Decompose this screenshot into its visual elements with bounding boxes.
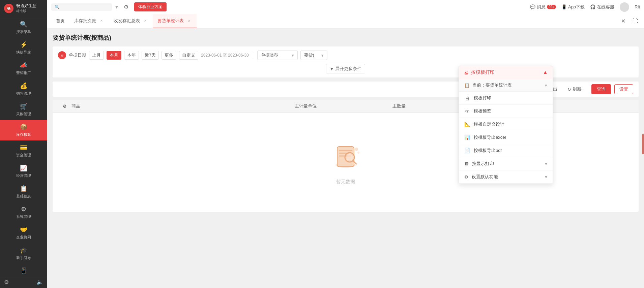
tab-order-stats[interactable]: 要货单统计表 × (153, 14, 197, 28)
sidebar-item-purchase[interactable]: 🛒 采购管理 (0, 99, 47, 120)
order-type-label: 单据类型 (261, 52, 279, 58)
app-logo: 畅 畅通好生意 标准版 (0, 0, 47, 17)
settings-button[interactable]: 设置 (614, 84, 633, 94)
tab-bar: 首页 库存批次账 × 收发存汇总表 × 要货单统计表 × ✕ ⛶ (47, 14, 644, 28)
sidebar-item-app-center[interactable]: 📱 应用中心 (0, 264, 47, 276)
dropdown-item-set-default[interactable]: ⚙ 设置默认功能 ▾ (459, 170, 553, 184)
logo-icon: 畅 (4, 4, 13, 13)
sidebar-item-finance[interactable]: 💳 资金管理 (0, 140, 47, 161)
template-print-icon: 🖨 (464, 95, 470, 101)
sidebar: 畅 畅通好生意 标准版 🔍 搜索菜单 ⚡ 快捷导航 📣 营销推广 💰 销售管理 … (0, 0, 47, 288)
topbar-message-label: 消息 (537, 4, 546, 10)
sidebar-item-label: 新手引导 (16, 255, 31, 260)
sidebar-item-cooperation[interactable]: 🤝 企业协同 (0, 223, 47, 243)
query-button[interactable]: 查询 (591, 84, 611, 94)
dropdown-item-export-pdf[interactable]: 📄 按模板导出pdf (459, 144, 553, 157)
set-default-icon: ⚙ (464, 174, 468, 180)
current-template-left: 📋 当前：要货单统计表 (464, 82, 512, 88)
tab-home[interactable]: 首页 (51, 14, 69, 28)
sidebar-item-search[interactable]: 🔍 搜索菜单 (0, 17, 47, 38)
sidebar-item-system[interactable]: ⚙ 系统管理 (0, 202, 47, 223)
online-service-icon: 🎧 (590, 4, 595, 9)
refresh-button[interactable]: ↻ 刷新 (564, 85, 585, 94)
dropdown-item-display-print[interactable]: 🖥 按显示打印 ▾ (459, 157, 553, 170)
user-name: Rit (635, 4, 640, 9)
date-custom-btn[interactable]: 自定义 (179, 51, 198, 60)
dropdown-item-template-print[interactable]: 🖨 模板打印 (459, 92, 553, 105)
sidebar-item-label: 经营管理 (16, 173, 31, 178)
app-badge: 标准版 (16, 9, 36, 13)
topbar-gear-icon[interactable]: ⚙ (121, 2, 131, 12)
print-header-icon: 🖨 (464, 70, 468, 75)
settings-bottom-icon[interactable]: ⚙ (4, 279, 9, 285)
app-name: 畅通好生意 (16, 3, 36, 9)
online-service-label: 在线客服 (597, 4, 614, 10)
topbar-online-service[interactable]: 🎧 在线客服 (590, 4, 614, 10)
tab-close-icon[interactable]: ✕ (618, 17, 628, 26)
sidebar-item-newbie[interactable]: 🎓 新手引导 (0, 243, 47, 264)
tab-close-order-stats[interactable]: × (186, 18, 192, 24)
current-template-icon: 📋 (464, 83, 470, 88)
column-settings-icon[interactable]: ⚙ (63, 104, 67, 109)
sidebar-nav: 🔍 搜索菜单 ⚡ 快捷导航 📣 营销推广 💰 销售管理 🛒 采购管理 📦 库存核… (0, 17, 47, 276)
topbar-app-download[interactable]: 📱 App下载 (561, 4, 585, 10)
dropdown-close-icon[interactable]: ▲ (543, 69, 548, 75)
topbar-dropdown-icon[interactable]: ▾ (115, 4, 118, 10)
app-download-icon: 📱 (561, 4, 567, 9)
dropdown-item-label: 模板打印 (474, 95, 491, 101)
tab-label: 收发存汇总表 (114, 18, 140, 24)
template-custom-icon: 📐 (464, 121, 470, 127)
user-avatar[interactable] (620, 2, 629, 12)
date-current-year-btn[interactable]: 本年 (124, 51, 139, 60)
sidebar-item-marketing[interactable]: 📣 营销推广 (0, 58, 47, 79)
current-template-row[interactable]: 📋 当前：要货单统计表 ▾ (459, 79, 553, 92)
th-unit: 主计量单位 (259, 103, 352, 109)
dropdown-item-template-preview[interactable]: 👁 模板预览 (459, 105, 553, 118)
sidebar-item-label: 搜索菜单 (16, 29, 31, 34)
tab-receipt-summary[interactable]: 收发存汇总表 × (109, 14, 153, 28)
expand-more-filters-btn[interactable]: ▼ 展开更多条件 (326, 64, 365, 73)
topbar-message-item[interactable]: 💬 消息 99+ (530, 4, 556, 10)
dropdown-header[interactable]: 🖨 按模板打印 ▲ (459, 66, 553, 79)
sidebar-item-label: 系统管理 (16, 214, 31, 219)
requirement-filter-select[interactable]: 要货( ▾ (300, 51, 327, 60)
tab-close-receipt-summary[interactable]: × (143, 18, 148, 24)
shortcut-icon: ⚡ (20, 41, 27, 49)
tab-expand-icon[interactable]: ⛶ (631, 17, 640, 26)
dropdown-sub-left: 🖥 按显示打印 (464, 161, 494, 167)
sidebar-item-label: 销售管理 (16, 91, 31, 96)
date-prev-month-btn[interactable]: 上月 (89, 51, 104, 60)
template-print-dropdown: 🖨 按模板打印 ▲ 📋 当前：要货单统计表 ▾ 🖨 模板打印 👁 (459, 66, 553, 184)
date-last-7days-btn[interactable]: 近7天 (142, 51, 159, 60)
current-template-label: 当前：要货单统计表 (472, 82, 512, 88)
app-center-icon: 📱 (20, 267, 27, 275)
current-template-arrow: ▾ (545, 83, 547, 88)
trial-industry-button[interactable]: 体验行业方案 (134, 2, 167, 11)
date-current-month-btn[interactable]: 本月 (107, 51, 121, 60)
sidebar-item-shortcut[interactable]: ⚡ 快捷导航 (0, 38, 47, 58)
sound-bottom-icon[interactable]: 🔈 (36, 279, 43, 285)
filter-toggle-button[interactable]: » (58, 51, 66, 59)
svg-text:畅: 畅 (7, 7, 10, 10)
tab-close-batch[interactable]: × (99, 18, 104, 24)
empty-illustration (329, 140, 362, 173)
order-type-select[interactable]: 单据类型 ▾ (257, 51, 298, 60)
dropdown-item-label: 模板自定义设计 (474, 121, 504, 127)
sidebar-item-basics[interactable]: 📋 基础信息 (0, 182, 47, 202)
dropdown-item-template-custom[interactable]: 📐 模板自定义设计 (459, 118, 553, 131)
date-more-btn[interactable]: 更多 (162, 51, 176, 60)
topbar-right-area: 💬 消息 99+ 📱 App下载 🎧 在线客服 Rit (530, 2, 640, 12)
svg-point-12 (357, 152, 359, 154)
sidebar-item-label: 资金管理 (16, 153, 31, 158)
top-search-bar[interactable]: 🔍 (51, 3, 112, 11)
sidebar-item-inventory[interactable]: 📦 库存核算 (0, 120, 47, 140)
sidebar-item-operations[interactable]: 📈 经营管理 (0, 161, 47, 182)
dropdown-item-label: 模板预览 (474, 108, 491, 114)
th-settings[interactable]: ⚙ (58, 104, 71, 109)
finance-icon: 💳 (20, 144, 27, 151)
tab-batch[interactable]: 库存批次账 × (69, 14, 109, 28)
inventory-icon: 📦 (20, 123, 27, 131)
dropdown-item-export-excel[interactable]: 📊 按模板导出excel (459, 131, 553, 144)
sidebar-item-sales[interactable]: 💰 销售管理 (0, 79, 47, 99)
search-icon: 🔍 (20, 21, 27, 28)
